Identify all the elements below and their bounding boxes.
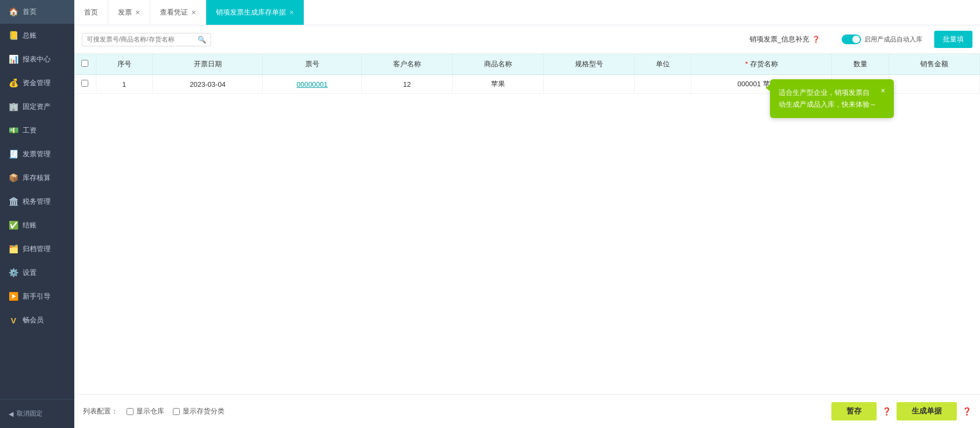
search-input[interactable]: [87, 36, 194, 43]
footer-right: 暂存 ❓ 生成单据 ❓: [831, 402, 971, 420]
sidebar-item-inventory[interactable]: 📦 库存核算: [0, 166, 74, 190]
tab-stock-doc-close[interactable]: ✕: [289, 9, 294, 16]
row-sales-amount: [888, 75, 979, 94]
th-customer: 客户名称: [361, 54, 452, 75]
main-area: 首页 发票 ✕ 查看凭证 ✕ 销项发票生成库存单据 ✕ 🔍 销项发票_信息补充 …: [74, 0, 980, 428]
save-button[interactable]: 暂存: [831, 402, 877, 420]
row-checkbox[interactable]: [81, 80, 88, 87]
th-spec: 规格型号: [543, 54, 634, 75]
row-customer: 12: [361, 75, 452, 94]
show-category-checkbox[interactable]: [173, 408, 180, 415]
unpin-button[interactable]: ◀ 取消固定: [0, 404, 74, 424]
sidebar-item-archive[interactable]: 🗂️ 归档管理: [0, 237, 74, 261]
row-seq: 1: [96, 75, 152, 94]
invoice-mgmt-icon: 🧾: [9, 149, 18, 159]
sidebar-item-checkout[interactable]: ✅ 结账: [0, 213, 74, 237]
th-unit: 单位: [634, 54, 691, 75]
auto-stock-toggle[interactable]: [842, 34, 861, 44]
tooltip-close-button[interactable]: ×: [881, 87, 885, 94]
archive-icon: 🗂️: [9, 244, 18, 254]
save-help-icon[interactable]: ❓: [882, 407, 891, 416]
salary-icon: 💵: [9, 126, 18, 135]
row-checkbox-cell: [74, 75, 96, 94]
tab-voucher-close[interactable]: ✕: [191, 9, 196, 16]
sidebar: 🏠 首页 📒 总账 📊 报表中心 💰 资金管理 🏢 固定资产 💵 工资 🧾 发票…: [0, 0, 74, 428]
th-date: 开票日期: [152, 54, 263, 75]
tax-icon: 🏛️: [9, 197, 18, 206]
funds-icon: 💰: [9, 78, 18, 88]
row-unit: [634, 75, 691, 94]
batch-fill-button[interactable]: 批量填: [934, 31, 972, 48]
sidebar-item-settings[interactable]: ⚙️ 设置: [0, 261, 74, 285]
sidebar-item-funds[interactable]: 💰 资金管理: [0, 71, 74, 95]
th-product: 商品名称: [452, 54, 543, 75]
generate-help-icon[interactable]: ❓: [962, 407, 971, 416]
tab-invoice[interactable]: 发票 ✕: [108, 0, 150, 25]
sidebar-item-home[interactable]: 🏠 首页: [0, 0, 74, 24]
settings-icon: ⚙️: [9, 268, 18, 278]
generate-button[interactable]: 生成单据: [897, 402, 957, 420]
footer: 列表配置： 显示仓库 显示存货分类 暂存 ❓ 生成单据 ❓: [74, 394, 980, 428]
table-header-row: 序号 开票日期 票号 客户名称 商品名称 规格型号 单位 * 存货名称 数量 销…: [74, 54, 980, 75]
select-all-checkbox[interactable]: [81, 60, 88, 67]
th-sales-amount: 销售金额: [888, 54, 979, 75]
th-checkbox: [74, 54, 96, 75]
home-icon: 🏠: [9, 7, 18, 17]
tab-invoice-close[interactable]: ✕: [135, 9, 140, 16]
fixed-assets-icon: 🏢: [9, 102, 18, 112]
toggle-area: 启用产成品自动入库: [842, 34, 922, 44]
info-help-icon[interactable]: ❓: [812, 36, 820, 43]
sidebar-item-tax[interactable]: 🏛️ 税务管理: [0, 190, 74, 213]
sidebar-item-fixed-assets[interactable]: 🏢 固定资产: [0, 95, 74, 119]
show-category-label[interactable]: 显示存货分类: [173, 406, 225, 416]
row-ticket-no[interactable]: 00000001: [263, 75, 361, 94]
sidebar-item-guide[interactable]: ▶️ 新手引导: [0, 285, 74, 308]
sidebar-item-vip[interactable]: V 畅会员: [0, 308, 74, 332]
checkout-icon: ✅: [9, 220, 18, 230]
th-seq: 序号: [96, 54, 152, 75]
sidebar-item-reports[interactable]: 📊 报表中心: [0, 47, 74, 71]
th-inventory-name: * 存货名称: [691, 54, 832, 75]
tab-home[interactable]: 首页: [74, 0, 108, 25]
toolbar: 🔍 销项发票_信息补充 ❓ 启用产成品自动入库 批量填 × 适合生产型企业，销项…: [74, 25, 980, 54]
search-box[interactable]: 🔍: [82, 33, 211, 46]
tab-bar: 首页 发票 ✕ 查看凭证 ✕ 销项发票生成库存单据 ✕: [74, 0, 980, 25]
row-product: 苹果: [452, 75, 543, 94]
info-label: 销项发票_信息补充 ❓: [750, 34, 820, 44]
row-spec: [543, 75, 634, 94]
sidebar-item-ledger[interactable]: 📒 总账: [0, 24, 74, 47]
th-ticket-no: 票号: [263, 54, 361, 75]
row-date: 2023-03-04: [152, 75, 263, 94]
toggle-thumb: [852, 36, 860, 43]
reports-icon: 📊: [9, 54, 18, 64]
tab-voucher[interactable]: 查看凭证 ✕: [150, 0, 206, 25]
sidebar-item-salary[interactable]: 💵 工资: [0, 119, 74, 142]
show-warehouse-checkbox[interactable]: [127, 408, 134, 415]
guide-icon: ▶️: [9, 292, 18, 301]
sidebar-item-invoice-mgmt[interactable]: 🧾 发票管理: [0, 142, 74, 166]
show-warehouse-label[interactable]: 显示仓库: [127, 406, 164, 416]
inventory-icon: 📦: [9, 173, 18, 183]
sidebar-bottom: ◀ 取消固定: [0, 399, 74, 428]
tab-stock-doc[interactable]: 销项发票生成库存单据 ✕: [206, 0, 304, 25]
ledger-icon: 📒: [9, 31, 18, 40]
unpin-icon: ◀: [9, 410, 13, 418]
vip-icon: V: [9, 316, 18, 325]
tooltip-popup: × 适合生产型企业，销项发票自动生成产成品入库，快来体验～: [770, 79, 894, 118]
content-area: 🔍 销项发票_信息补充 ❓ 启用产成品自动入库 批量填 × 适合生产型企业，销项…: [74, 25, 980, 428]
search-icon: 🔍: [198, 36, 206, 44]
th-qty: 数量: [832, 54, 888, 75]
